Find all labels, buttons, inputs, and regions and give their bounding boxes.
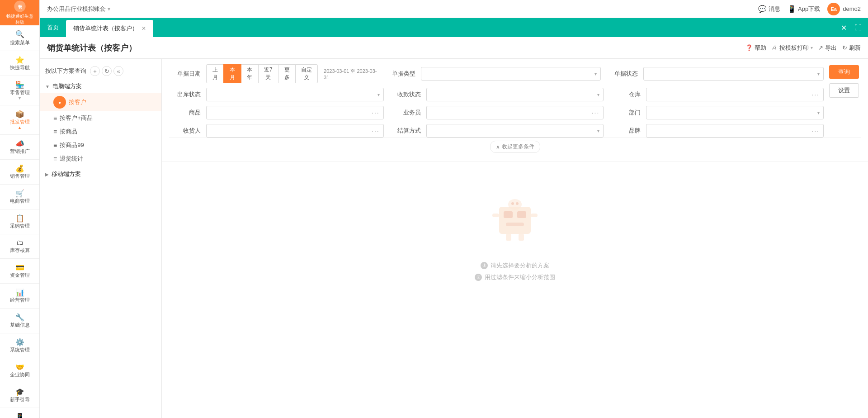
salesperson-select[interactable]: ··· (426, 106, 604, 119)
header-actions: ❓ 帮助 🖨 按模板打印 ▾ ↗ 导出 ↻ 刷新 (745, 44, 861, 52)
svg-point-12 (516, 202, 519, 205)
date-tabs: 上月 本月 本年 近7天 更多 自定义 (206, 64, 317, 83)
window-restore-button[interactable]: ⛶ (852, 21, 864, 34)
date-tab-more[interactable]: 更多 (278, 64, 296, 83)
tab-home-label: 首页 (47, 24, 59, 32)
action-buttons: 查询 设置 (824, 64, 861, 98)
brand-select[interactable]: ··· (646, 124, 824, 138)
sidebar-item-basic[interactable]: 🔧 基础信息 (0, 309, 40, 333)
sidebar-item-shortcut[interactable]: ⭐ 快捷导航 (0, 51, 40, 76)
scheme-by-goods-99[interactable]: ≡ 按商品99 (40, 138, 161, 152)
appcenter-icon: 📱 (15, 413, 24, 418)
shortcut-icon: ⭐ (15, 56, 24, 64)
empty-illustration (488, 189, 542, 252)
settle-method-label: 结算方式 (389, 127, 421, 135)
refresh-icon: ↻ (842, 44, 847, 51)
goods-select[interactable]: ··· (206, 106, 384, 119)
settle-method-select[interactable]: ▾ (426, 124, 604, 138)
user-menu[interactable]: Ea demo2 (827, 3, 861, 15)
date-label: 单据日期 (169, 70, 201, 78)
sidebar-item-appcenter[interactable]: 📱 应用中心 (0, 408, 40, 418)
system-label: 系统管理 (10, 347, 30, 353)
warehouse-label: 仓库 (609, 90, 641, 99)
sidebar-item-finance[interactable]: 💳 资金管理 (0, 259, 40, 284)
finance-icon: 💳 (15, 263, 24, 272)
right-panel: 单据日期 上月 本月 本年 近7天 更多 自定义 20 (162, 59, 868, 418)
query-button[interactable]: 查询 (829, 65, 859, 79)
message-button[interactable]: 💬 消息 (758, 5, 780, 13)
scheme-return-stats[interactable]: ≡ 退货统计 (40, 152, 161, 166)
empty-hint-1: ① 请先选择要分析的方案 (481, 261, 549, 270)
wholesale-arrow: ▲ (18, 125, 22, 130)
collapse-button[interactable]: ∧ 收起更多条件 (490, 141, 540, 153)
print-button[interactable]: 🖨 按模板打印 ▾ (772, 44, 813, 52)
scheme-by-customer-goods[interactable]: ≡ 按客户+商品 (40, 111, 161, 125)
collapse-row: ∧ 收起更多条件 (169, 138, 861, 156)
retail-icon: 🏪 (15, 81, 24, 89)
tab-home[interactable]: 首页 (40, 18, 66, 37)
tab-nav: 首页 销货单统计表（按客户） ✕ ✕ ⛶ (40, 18, 868, 37)
active-dot-text: ● (58, 100, 61, 105)
doc-status-select[interactable]: ▾ (643, 67, 824, 81)
date-tab-custom[interactable]: 自定义 (295, 64, 318, 83)
scheme-by-goods-label: 按商品 (60, 128, 77, 136)
sidebar-item-purchase[interactable]: 📋 采购管理 (0, 209, 40, 234)
svg-point-11 (511, 202, 514, 205)
refresh-button[interactable]: ↻ 刷新 (842, 44, 861, 52)
topbar-right: 💬 消息 📱 App下载 Ea demo2 (758, 3, 861, 15)
empty-hint-2-text: 用过滤条件来缩小分析范围 (485, 273, 555, 281)
help-button[interactable]: ❓ 帮助 (745, 44, 766, 52)
collect-status-arrow: ▾ (597, 92, 599, 97)
hint-num-2: ② (475, 274, 482, 281)
desktop-group-title[interactable]: ▼ 电脑端方案 (40, 80, 161, 93)
date-tab-this-year[interactable]: 本年 (241, 64, 259, 83)
sidebar-item-newbie[interactable]: 🎓 新手引导 (0, 383, 40, 408)
scheme-return-stats-label: 退货统计 (60, 155, 83, 163)
desktop-group: ▼ 电脑端方案 ● 按客户 ≡ 按客户+商品 ≡ (40, 80, 161, 166)
sidebar-item-wholesale[interactable]: 📦 批发管理 ▲ (0, 105, 40, 135)
marketing-icon: 📣 (15, 139, 24, 148)
wholesale-icon: 📦 (15, 110, 24, 119)
refresh-scheme-button[interactable]: ↻ (102, 66, 112, 76)
settle-method-arrow: ▾ (597, 128, 599, 133)
warehouse-select[interactable]: ··· (646, 88, 824, 101)
out-status-select[interactable]: ▾ (206, 88, 384, 101)
date-tab-prev-month[interactable]: 上月 (206, 64, 224, 83)
industry-label: 办公用品行业模拟账套 (47, 5, 106, 13)
collect-status-select[interactable]: ▾ (426, 88, 604, 101)
settings-button[interactable]: 设置 (829, 83, 859, 98)
receiver-select[interactable]: ··· (206, 124, 384, 138)
sidebar-item-ecommerce[interactable]: 🛒 电商管理 (0, 185, 40, 209)
add-scheme-button[interactable]: + (90, 66, 100, 76)
sidebar-item-marketing[interactable]: 📣 营销推广 (0, 135, 40, 160)
newbie-label: 新手引导 (10, 396, 30, 403)
tab-sales-stats[interactable]: 销货单统计表（按客户） ✕ (66, 20, 153, 37)
scheme-by-customer[interactable]: ● 按客户 (40, 93, 161, 111)
mobile-label: 移动端方案 (52, 170, 81, 178)
date-tab-last-7[interactable]: 近7天 (258, 64, 278, 83)
scheme-by-goods[interactable]: ≡ 按商品 (40, 125, 161, 138)
marketing-label: 营销推广 (10, 148, 30, 155)
dropdown-icon[interactable]: ▾ (108, 6, 110, 12)
mobile-group-title[interactable]: ▶ 移动端方案 (40, 167, 161, 181)
receiver-dots: ··· (372, 127, 380, 134)
tab-close-icon[interactable]: ✕ (142, 25, 146, 32)
window-close-button[interactable]: ✕ (837, 21, 850, 34)
sidebar-item-sales[interactable]: 💰 销售管理 (0, 160, 40, 185)
sidebar-item-inventory[interactable]: 🗂 库存核算 (0, 234, 40, 259)
app-download-button[interactable]: 📱 App下载 (788, 5, 820, 13)
sidebar-item-search[interactable]: 🔍 搜索菜单 (0, 25, 39, 51)
mobile-group: ▶ 移动端方案 (40, 167, 161, 181)
export-button[interactable]: ↗ 导出 (818, 44, 837, 52)
inventory-label: 库存核算 (10, 247, 30, 254)
collapse-panel-button[interactable]: « (113, 66, 123, 76)
sidebar-item-system[interactable]: ⚙️ 系统管理 (0, 333, 40, 358)
search-label: 搜索菜单 (10, 39, 30, 46)
doc-type-select[interactable]: ▾ (421, 67, 601, 81)
newbie-icon: 🎓 (15, 388, 24, 396)
date-tab-this-month[interactable]: 本月 (223, 64, 241, 83)
dept-select[interactable]: ▾ (646, 106, 824, 119)
sidebar-item-retail[interactable]: 🏪 零售管理 ▼ (0, 76, 40, 105)
sidebar-item-enterprise[interactable]: 🤝 企业协同 (0, 358, 40, 383)
sidebar-item-operation[interactable]: 📊 经营管理 (0, 284, 40, 309)
